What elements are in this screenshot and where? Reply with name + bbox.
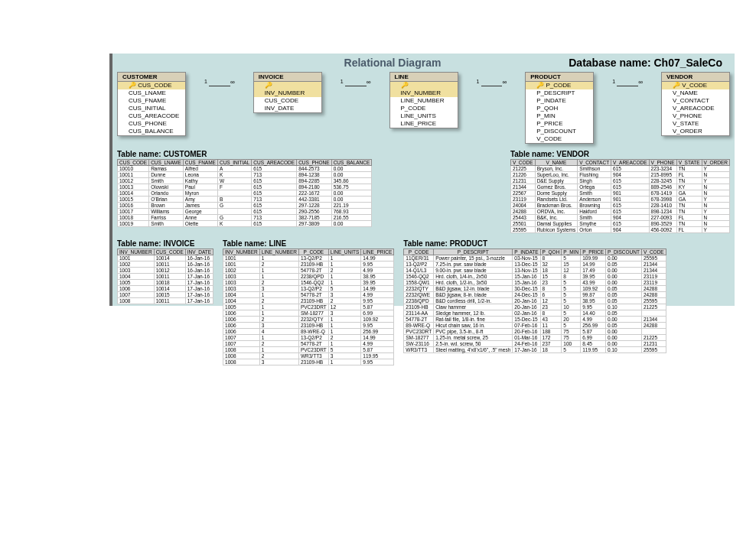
cell: 1008 <box>223 353 260 359</box>
column-header: V_STATE <box>676 160 702 166</box>
cell: 2 <box>259 262 298 268</box>
table-row: 2238/QPDB&D cordless drill, 1/2-in.20-Ja… <box>404 298 666 304</box>
cell: 13-Dec-15 <box>513 262 540 268</box>
cell: 16-Jan-16 <box>185 255 213 262</box>
cell: 21231 <box>510 178 535 184</box>
cell: 23109-HB <box>298 359 328 365</box>
cell: 89-WRE-Q <box>404 323 434 329</box>
entity-line: LINE🔑 INV_NUMBERLINE_NUMBERP_CODELINE_UN… <box>389 72 458 128</box>
cell: 172 <box>540 335 562 341</box>
cell: 1004 <box>118 274 155 280</box>
cell: 14.99 <box>361 335 394 341</box>
table-row: SW-231162.5-in. wd. screw, 5024-Feb-1623… <box>404 341 666 347</box>
cell: 1 <box>259 347 298 353</box>
cell: 5 <box>328 347 361 353</box>
cell: 5 <box>562 292 581 298</box>
table-row: WR3/TT3Steel matting, 4'x8'x1/6", .5" me… <box>404 347 666 353</box>
cell: 2 <box>259 317 298 323</box>
table-row: 10010RamasAlfredA615844-25730.00 <box>118 166 372 172</box>
cell: 2238/QPD <box>404 298 434 304</box>
table-row: 1007113-Q2/P2214.99 <box>223 335 394 341</box>
pk-field: 🔑 INV_NUMBER <box>254 82 321 97</box>
cell: 1004 <box>223 298 260 304</box>
entity-field: INV_DATE <box>254 105 321 112</box>
cell: 21344 <box>641 268 666 274</box>
entity-header: PRODUCT <box>526 73 593 82</box>
column-header: INV_DATE <box>185 249 213 255</box>
column-header: P_CODE <box>298 249 328 255</box>
cell: Smith <box>149 221 184 227</box>
cell: Claw hammer <box>434 304 513 310</box>
cell: G <box>217 215 251 221</box>
cell: 713 <box>252 215 297 221</box>
cell: 03-Nov-15 <box>513 255 540 262</box>
cell: 12 <box>562 268 581 274</box>
cell: 898-1234 <box>649 209 676 215</box>
cell: 1005 <box>118 280 155 286</box>
entity-header: CUSTOMER <box>118 73 185 82</box>
column-header: P_DESCRIPT <box>434 249 513 255</box>
table-row: 21226SuperLoo, Inc.Flushing904215-8995FL… <box>510 172 729 178</box>
relationship-connector <box>481 86 503 86</box>
cell: 0.00 <box>606 317 642 323</box>
cell: 24-Feb-16 <box>513 341 540 347</box>
entity-field: V_ORDER <box>662 128 729 135</box>
cell: 615 <box>611 203 649 209</box>
table-row: 10018FarrissAnneG713382-7185216.55 <box>118 215 372 221</box>
cell: 2 <box>328 335 361 341</box>
cell: Y <box>702 166 729 172</box>
cell: 20 <box>562 317 581 323</box>
cell: 223-3234 <box>649 166 676 172</box>
cell: 17-Jan-16 <box>185 274 213 280</box>
table-row: 10013OlowskiPaulF615894-2180536.75 <box>118 184 372 190</box>
cell: 24004 <box>510 203 535 209</box>
cell: 23119 <box>641 280 666 286</box>
cell: 21231 <box>641 341 666 347</box>
cell: 23 <box>540 280 562 286</box>
entity-field: P_QOH <box>526 105 593 112</box>
cell: 6 <box>540 292 562 298</box>
entity-field: LINE_NUMBER <box>390 97 458 105</box>
cell: 54778-2T <box>298 341 328 347</box>
table-row: SM-182771.25-in. metal screw, 2501-Mar-1… <box>404 335 666 341</box>
entity-field: P_MIN <box>526 112 593 120</box>
table-row: 1007254778-2T14.99 <box>223 341 394 347</box>
cell: WR3/TT3 <box>298 353 328 359</box>
cell: 10011 <box>154 262 185 268</box>
pk-field: 🔑 INV_NUMBER <box>390 82 458 97</box>
cell: 228-3245 <box>649 178 676 184</box>
cell: 23109-HB <box>298 323 328 329</box>
cell: 4.99 <box>361 268 394 274</box>
cell: D&E Supply <box>535 178 578 184</box>
cell: 615 <box>252 209 297 215</box>
entity-field: CUS_CODE <box>254 97 321 105</box>
cell: 13-Q2/P2 <box>298 286 328 292</box>
cell: 1 <box>328 317 361 323</box>
column-header: V_PHONE <box>649 160 676 166</box>
cell: 0.05 <box>606 262 642 268</box>
cell: 10018 <box>154 280 185 286</box>
cell: Brackman Bros. <box>535 203 578 209</box>
cell: 25501 <box>510 221 535 227</box>
entity-field: LINE_PRICE <box>390 120 458 128</box>
cell: 14.99 <box>361 255 394 262</box>
cell: 17-Jan-16 <box>185 280 213 286</box>
cell: 2232/QWE <box>404 292 434 298</box>
cell: 21344 <box>641 317 666 323</box>
cell: 13-Q2/P2 <box>404 262 434 268</box>
pk-field: 🔑 V_CODE <box>662 82 729 89</box>
cell: 0.00 <box>606 280 642 286</box>
cell: Paul <box>183 184 217 190</box>
cell: 904 <box>611 227 649 233</box>
entity-product: PRODUCT🔑 P_CODEP_DESCRIPTP_INDATEP_QOHP_… <box>525 72 594 144</box>
cell: 01-Mar-16 <box>513 335 540 341</box>
cell: GA <box>676 197 702 203</box>
cell: 9.95 <box>361 262 394 268</box>
cell: 54778-2T <box>404 317 434 323</box>
cell: 1558-QW1 <box>404 280 434 286</box>
cell: KY <box>676 184 702 190</box>
cell: 3 <box>328 310 361 317</box>
cell: 54778-2T <box>298 268 328 274</box>
table-row: 24004Brackman Bros.Browning615228-1410TN… <box>510 203 729 209</box>
cell: 10017 <box>118 209 149 215</box>
